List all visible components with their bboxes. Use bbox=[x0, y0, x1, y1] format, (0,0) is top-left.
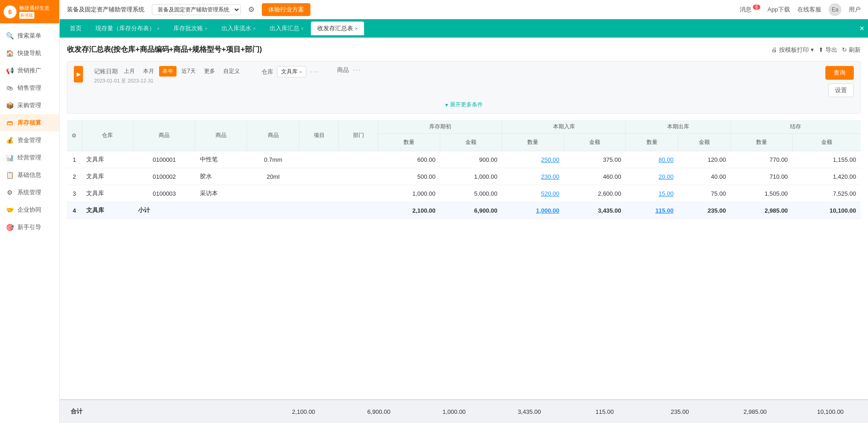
nav-label-base_info: 基础信息 bbox=[17, 171, 41, 179]
sidebar-item-quick_nav[interactable]: 🏠快捷导航 bbox=[0, 44, 59, 62]
tab-label-batch: 库存批次账 bbox=[173, 24, 203, 33]
sub-header-open-amt: 金额 bbox=[440, 134, 502, 151]
tab-batch[interactable]: 库存批次账 × bbox=[167, 22, 214, 35]
tab-bar-close-btn[interactable]: × bbox=[859, 24, 864, 33]
sidebar-item-base_info[interactable]: 📋基础信息 bbox=[0, 166, 59, 184]
tab-label-inout_summary: 出入库汇总 bbox=[270, 24, 299, 33]
refresh-btn[interactable]: ↻ 刷新 bbox=[842, 46, 861, 54]
sidebar-item-corp[interactable]: 🤝企业协同 bbox=[0, 201, 59, 219]
query-btn[interactable]: 查询 bbox=[825, 66, 854, 80]
cell-in-qty[interactable]: 230.00 bbox=[502, 168, 564, 185]
sidebar-item-guide[interactable]: 🎯新手引导 bbox=[0, 219, 59, 236]
sidebar-item-system[interactable]: ⚙系统管理 bbox=[0, 184, 59, 201]
app-download-btn[interactable]: App下载 bbox=[768, 5, 790, 14]
cell-open-amt: 1,000.00 bbox=[440, 168, 502, 185]
cell-open-qty: 500.00 bbox=[378, 168, 440, 185]
nav-icon-search: 🔍 bbox=[6, 32, 14, 40]
goods-dots[interactable]: ··· bbox=[353, 66, 361, 74]
cell-index: 2 bbox=[67, 168, 82, 185]
nav-label-quick_nav: 快捷导航 bbox=[17, 49, 41, 57]
cell-out-qty[interactable]: 20.00 bbox=[626, 168, 678, 185]
print-btn[interactable]: 🖨 按模板打印 ▾ bbox=[771, 46, 814, 54]
sidebar-item-finance[interactable]: 💰资金管理 bbox=[0, 132, 59, 149]
nav-icon-quick_nav: 🏠 bbox=[6, 49, 14, 57]
tab-close-stock_dist[interactable]: × bbox=[157, 26, 160, 31]
table-row: 2 文具库 0100002 胶水 20ml 500.00 1,000.00 23… bbox=[67, 168, 861, 185]
tab-close-receive_summary[interactable]: × bbox=[355, 26, 358, 31]
cell-bal-amt: 7,525.00 bbox=[792, 185, 861, 202]
trial-btn[interactable]: 体验行业方案 bbox=[262, 3, 310, 16]
export-label: 导出 bbox=[825, 46, 837, 54]
online-service-btn[interactable]: 在线客服 bbox=[797, 5, 821, 14]
cell-in-qty[interactable]: 520.00 bbox=[502, 185, 564, 202]
sidebar-item-operations[interactable]: 📊经营管理 bbox=[0, 149, 59, 166]
cell-warehouse: 文具库 bbox=[82, 151, 133, 168]
tab-stock_dist[interactable]: 现存量（库存分布表） × bbox=[89, 22, 166, 35]
col-group-out: 本期出库 bbox=[626, 120, 730, 134]
nav-icon-corp: 🤝 bbox=[6, 206, 14, 214]
notifications-btn[interactable]: 消息 6 bbox=[740, 5, 760, 14]
set-btn[interactable]: 设置 bbox=[828, 83, 854, 97]
nav-label-operations: 经营管理 bbox=[17, 154, 41, 162]
main-area: 装备及固定资产辅助管理系统 装备及固定资产辅助管理系统 ⚙ 体验行业方案 消息 … bbox=[60, 0, 868, 423]
tab-home[interactable]: 首页 bbox=[63, 22, 88, 35]
tab-close-inout_summary[interactable]: × bbox=[301, 26, 304, 31]
expand-conditions-btn[interactable]: ▾ 展开更多条件 bbox=[74, 101, 854, 109]
warehouse-tag-close[interactable]: × bbox=[299, 69, 302, 75]
print-icon: 🖨 bbox=[771, 46, 777, 53]
expand-label: 展开更多条件 bbox=[450, 101, 483, 109]
nav-icon-finance: 💰 bbox=[6, 136, 14, 144]
date-btn-more[interactable]: 更多 bbox=[201, 66, 218, 77]
system-selector[interactable]: 装备及固定资产辅助管理系统 bbox=[152, 4, 241, 15]
filter-expand-arrow[interactable]: ▶ bbox=[74, 66, 83, 82]
sidebar-item-marketing[interactable]: 📢营销推广 bbox=[0, 62, 59, 79]
cell-out-qty[interactable]: 15.00 bbox=[626, 185, 678, 202]
tab-close-inout_flow[interactable]: × bbox=[253, 26, 256, 31]
sidebar: 6 畅捷通好生意 标准版 🔍搜索菜单🏠快捷导航📢营销推广🛍销售管理📦采购管理🗃库… bbox=[0, 0, 60, 423]
app-logo: 6 bbox=[4, 5, 17, 18]
date-range-display: 2023-01-01 至 2023-12-31 bbox=[94, 77, 243, 84]
user-label[interactable]: 用户 bbox=[849, 5, 861, 14]
col-header-goods-spec: 商品 bbox=[247, 120, 299, 151]
footer-out-qty: 115.00 bbox=[567, 406, 642, 418]
warehouse-filter-label: 仓库 bbox=[261, 68, 273, 76]
page-actions: 🖨 按模板打印 ▾ ⬆ 导出 ↻ 刷新 bbox=[771, 46, 861, 54]
footer-open-qty: 2,100.00 bbox=[266, 406, 341, 418]
sidebar-item-inventory[interactable]: 🗃库存核算 bbox=[0, 114, 59, 132]
tab-close-batch[interactable]: × bbox=[205, 26, 208, 31]
date-btn-7days[interactable]: 近7天 bbox=[178, 66, 199, 77]
warehouse-dots[interactable]: ··· bbox=[310, 68, 319, 76]
tab-inout_summary[interactable]: 出入库汇总 × bbox=[263, 22, 310, 35]
cell-goods-name: 采访本 bbox=[195, 185, 247, 202]
date-btn-prev-month[interactable]: 上月 bbox=[121, 66, 138, 77]
sidebar-item-sales[interactable]: 🛍销售管理 bbox=[0, 79, 59, 97]
cell-open-qty: 1,000.00 bbox=[378, 185, 440, 202]
cell-in-qty[interactable]: 250.00 bbox=[502, 151, 564, 168]
expand-chevron-icon: ▾ bbox=[445, 102, 448, 108]
col-header-warehouse: 仓库 bbox=[82, 120, 133, 151]
tab-inout_flow[interactable]: 出入库流水 × bbox=[215, 22, 262, 35]
export-btn[interactable]: ⬆ 导出 bbox=[818, 46, 837, 54]
date-btn-this-month[interactable]: 本月 bbox=[140, 66, 157, 77]
date-filter-label: 记账日期 bbox=[94, 67, 118, 76]
cell-warehouse: 文具库 bbox=[82, 185, 133, 202]
table-settings-icon[interactable]: ⚙ bbox=[67, 120, 82, 151]
date-btn-this-year[interactable]: 本年 bbox=[159, 66, 177, 77]
nav-label-marketing: 营销推广 bbox=[17, 66, 41, 75]
date-btn-custom[interactable]: 自定义 bbox=[220, 66, 243, 77]
refresh-label: 刷新 bbox=[849, 46, 861, 54]
subtotal-in-qty[interactable]: 1,000.00 bbox=[502, 202, 564, 219]
sub-header-bal-amt: 金额 bbox=[792, 134, 861, 151]
sidebar-item-purchase[interactable]: 📦采购管理 bbox=[0, 97, 59, 114]
col-header-goods-name: 商品 bbox=[195, 120, 247, 151]
notifications-label: 消息 bbox=[740, 6, 752, 13]
nav-label-sales: 销售管理 bbox=[17, 84, 41, 92]
subtotal-out-qty[interactable]: 115.00 bbox=[626, 202, 678, 219]
sidebar-item-search[interactable]: 🔍搜索菜单 bbox=[0, 27, 59, 44]
gear-icon[interactable]: ⚙ bbox=[248, 5, 254, 14]
tab-receive_summary[interactable]: 收发存汇总表 × bbox=[311, 22, 364, 35]
footer-out-amt: 235.00 bbox=[642, 406, 718, 418]
sub-header-open-qty: 数量 bbox=[378, 134, 440, 151]
cell-out-qty[interactable]: 80.00 bbox=[626, 151, 678, 168]
cell-goods-spec: 20ml bbox=[247, 168, 299, 185]
